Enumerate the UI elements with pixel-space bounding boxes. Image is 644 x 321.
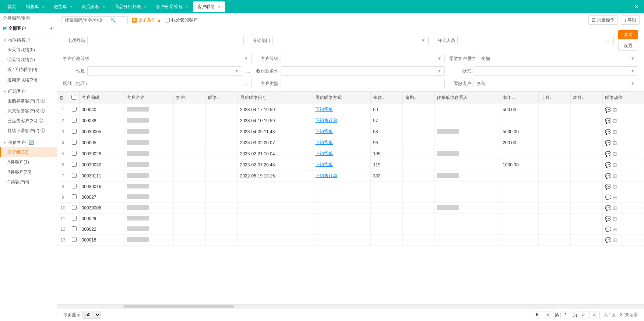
grid-action-icon[interactable]: ⊞: [613, 173, 617, 179]
nav-tab-customer-segment[interactable]: 客户分层经营 ×: [152, 1, 192, 12]
nature-dots[interactable]: ...: [244, 68, 252, 74]
col-header-code[interactable]: 客户编码: [79, 92, 124, 104]
col-header-last-month[interactable]: 上月...: [539, 92, 571, 104]
contact-way-link[interactable]: 下销货单: [315, 151, 333, 156]
dept-select[interactable]: ▼: [272, 36, 429, 45]
sidebar-item-7days[interactable]: 近7天待联络(0): [0, 65, 57, 75]
grid-action-icon[interactable]: ⊞: [613, 162, 617, 168]
sidebar-item-declining[interactable]: 持续下滑客户(2) ⓘ: [0, 126, 57, 136]
nav-tab-purchase[interactable]: 进货单 ×: [49, 1, 77, 12]
settings-icon[interactable]: ⚙: [59, 95, 64, 101]
row-checkbox[interactable]: [72, 140, 77, 145]
page-number-input[interactable]: [560, 311, 571, 318]
close-all-button[interactable]: ×: [632, 3, 641, 10]
sidebar-item-tomorrow[interactable]: 明天待联络(1): [0, 55, 57, 65]
col-header-this-month[interactable]: 本月...: [570, 92, 602, 104]
row-checkbox[interactable]: [72, 216, 77, 221]
customer-level-select[interactable]: ▼: [281, 54, 445, 63]
row-checkbox[interactable]: [72, 194, 77, 199]
sidebar-item-class-a[interactable]: A类客户(1): [0, 157, 57, 167]
row-checkbox[interactable]: [72, 237, 77, 242]
nav-tab-product-list[interactable]: 商品分析列表 ×: [110, 1, 151, 12]
scatter-attr-select[interactable]: 全部 ▼: [478, 54, 638, 63]
scrollbar-thumb[interactable]: [123, 305, 234, 308]
grid-action-icon[interactable]: ⊞: [613, 140, 617, 146]
chat-icon[interactable]: 💬: [605, 205, 611, 211]
grid-action-icon[interactable]: ⊞: [613, 237, 617, 243]
contact-way-link[interactable]: 下销货单: [315, 162, 333, 167]
sidebar-item-abnormal[interactable]: 囤购异常客户(2) ⓘ: [0, 96, 57, 106]
row-checkbox[interactable]: [72, 162, 77, 167]
contact-way-link[interactable]: 下销货单: [315, 140, 333, 145]
search-input[interactable]: [65, 18, 109, 23]
sidebar-group-problem[interactable]: ▼ 问题客户: [0, 87, 57, 96]
last-page-button[interactable]: >|: [590, 311, 600, 318]
sidebar-search-input[interactable]: [3, 15, 57, 21]
chat-icon[interactable]: 💬: [605, 151, 611, 157]
horizontal-scrollbar[interactable]: [57, 304, 644, 308]
sidebar-item-class-c[interactable]: C类客户(6): [0, 177, 57, 187]
more-conditions-button[interactable]: 🔽 更多条件 ▲: [131, 17, 161, 23]
query-button[interactable]: 查询: [618, 30, 638, 39]
row-checkbox[interactable]: [72, 226, 77, 231]
select-all-checkbox[interactable]: [71, 95, 76, 100]
nav-tab-product-analysis[interactable]: 商品分析 ×: [78, 1, 109, 12]
grid-action-icon[interactable]: ⊞: [613, 118, 617, 124]
product-list-tab-close[interactable]: ×: [144, 4, 146, 9]
per-page-select[interactable]: 50 20 100: [82, 311, 101, 319]
price-level-select[interactable]: ▼: [92, 54, 252, 63]
col-header-last-contact-date[interactable]: 最后联络日期: [237, 92, 313, 104]
row-checkbox[interactable]: [72, 151, 77, 156]
col-header-contact[interactable]: 联络...: [206, 92, 238, 104]
manager-select[interactable]: ...: [457, 36, 614, 45]
chat-icon[interactable]: 💬: [605, 129, 611, 135]
chat-icon[interactable]: 💬: [605, 226, 611, 232]
grid-action-icon[interactable]: ⊞: [613, 216, 617, 222]
sales-tab-close[interactable]: ×: [42, 4, 44, 9]
col-header-unit-contact[interactable]: 往来单位联系人: [434, 92, 500, 104]
col-header-action[interactable]: 联络动作: [602, 92, 644, 104]
sidebar-item-class-b[interactable]: B类客户(33): [0, 167, 57, 177]
grid-action-icon[interactable]: ⊞: [613, 194, 617, 200]
sidebar-item-churned[interactable]: 已流失客户(24) ⓘ: [0, 116, 57, 126]
chat-icon[interactable]: 💬: [605, 173, 611, 179]
batch-operation-button[interactable]: ☑ 批量操作: [588, 15, 618, 25]
sidebar-item-churn-warning[interactable]: 流失预警客户(3) ⓘ: [0, 106, 57, 116]
chat-icon[interactable]: 💬: [605, 107, 611, 113]
grid-action-icon[interactable]: ⊞: [613, 226, 617, 232]
col-header-level[interactable]: 客户...: [174, 92, 206, 104]
chat-icon[interactable]: 💬: [605, 140, 611, 146]
chat-icon[interactable]: 💬: [605, 118, 611, 124]
chat-icon[interactable]: 💬: [605, 184, 611, 190]
nav-tab-sales[interactable]: 销售单 ×: [21, 1, 49, 12]
export-button[interactable]: ↓ 导出: [621, 15, 640, 25]
row-checkbox[interactable]: [72, 173, 77, 178]
reset-button[interactable]: 设置: [618, 41, 638, 51]
col-header-last-contact-way[interactable]: 最后联络方式: [313, 92, 371, 104]
chat-icon[interactable]: 💬: [605, 237, 611, 243]
first-page-button[interactable]: K: [533, 311, 542, 318]
nav-tab-home[interactable]: 首页: [3, 1, 21, 12]
customer-segment-tab-close[interactable]: ×: [186, 4, 188, 9]
sidebar-item-today[interactable]: 今天待联络(0): [0, 45, 57, 55]
chat-icon[interactable]: 💬: [605, 194, 611, 200]
customer-contact-tab-close[interactable]: ×: [218, 4, 220, 9]
collapse-icon[interactable]: ≪: [49, 26, 54, 31]
row-checkbox[interactable]: [72, 184, 77, 188]
col-header-not-contacted[interactable]: 未联...: [371, 92, 403, 104]
col-header-overdue[interactable]: 逾期...: [402, 92, 434, 104]
sidebar-item-overdue[interactable]: 逾期未联络(30): [0, 75, 57, 85]
product-analysis-tab-close[interactable]: ×: [103, 4, 105, 9]
search-icon[interactable]: 🔍: [110, 18, 116, 23]
prev-page-button[interactable]: <: [544, 311, 553, 318]
col-header-name[interactable]: 客户名称: [124, 92, 174, 104]
payment-select[interactable]: ▼: [281, 66, 445, 76]
contact-way-link[interactable]: 下销货单: [315, 129, 333, 134]
contact-way-link[interactable]: 下销售订单: [315, 173, 337, 178]
grid-action-icon[interactable]: ⊞: [613, 205, 617, 211]
all-customers-header[interactable]: ⊞ 全部客户 ≪: [0, 23, 57, 34]
region-select[interactable]: ...: [92, 79, 252, 88]
grid-action-icon[interactable]: ⊞: [613, 129, 617, 135]
grid-action-icon[interactable]: ⊞: [613, 151, 617, 157]
chat-icon[interactable]: 💬: [605, 216, 611, 222]
